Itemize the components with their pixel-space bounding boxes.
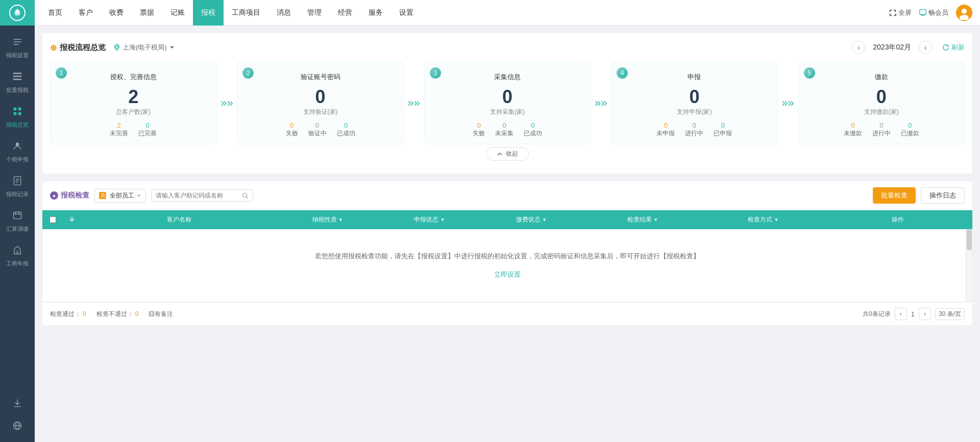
user-avatar[interactable]: [956, 5, 972, 21]
main-content: ⊕ 报税流程总览 上海(电子税局) ‹ 2023年02月 › 刷新: [35, 26, 980, 442]
per-page-selector[interactable]: 30 条/页: [935, 308, 965, 320]
process-title: ⊕ 报税流程总览: [50, 43, 106, 53]
search-box: [151, 189, 253, 202]
sidebar-item-batch-tax[interactable]: 批量报税: [0, 65, 35, 100]
scrollbar-thumb[interactable]: [967, 230, 972, 250]
nav-tax[interactable]: 报税: [193, 0, 224, 26]
svg-point-15: [16, 142, 19, 146]
batch-check-button[interactable]: 批量检查: [873, 187, 916, 204]
th-check-result: 检查结果 ▼: [582, 210, 703, 229]
sidebar-item-settlement[interactable]: 汇算清缴: [0, 204, 35, 239]
stat-declaring: 0 进行中: [685, 121, 703, 138]
next-month-button[interactable]: ›: [919, 41, 932, 54]
card-header: ⊕ 报税流程总览 上海(电子税局) ‹ 2023年02月 › 刷新: [50, 41, 965, 54]
settlement-icon: [12, 210, 22, 223]
nav-invoice[interactable]: 票据: [132, 0, 162, 26]
step-verify: 2 验证账号密码 0 支持验证(家) 0 失败 0 验证中: [237, 62, 403, 144]
stat-pass: 检查通过： 0: [50, 310, 86, 318]
chevron-down-icon: [169, 44, 175, 51]
employee-filter[interactable]: 员 全部员工: [94, 189, 146, 203]
nav-client[interactable]: 客户: [70, 0, 101, 26]
svg-rect-8: [13, 73, 22, 75]
filter-icon-declare[interactable]: ▼: [440, 217, 445, 223]
search-input[interactable]: [156, 192, 239, 199]
nav-right: 全屏 畅会员: [881, 5, 980, 21]
nav-business[interactable]: 工商项目: [224, 0, 268, 26]
step-authorize: 1 授权、完善信息 2 总客户数(家) 2 未完善 0 已完善: [50, 62, 216, 144]
nav-message[interactable]: 消息: [268, 0, 299, 26]
collapse-button[interactable]: 收起: [486, 147, 529, 161]
sidebar-item-globe[interactable]: [0, 414, 35, 437]
prev-month-button[interactable]: ‹: [852, 41, 865, 54]
plus-circle-icon: ⊕: [50, 43, 57, 53]
fullscreen-button[interactable]: 全屏: [889, 8, 912, 17]
stat-not-declared: 0 未申报: [656, 121, 675, 138]
tax-records-icon: [12, 176, 22, 188]
nav-management[interactable]: 管理: [299, 0, 330, 26]
step-subtitle-1: 总客户数(家): [58, 108, 208, 116]
svg-rect-12: [18, 108, 21, 111]
select-all-checkbox[interactable]: [50, 216, 56, 223]
filter-icon-result[interactable]: ▼: [653, 217, 658, 223]
nav-accounting[interactable]: 记账: [162, 0, 193, 26]
refresh-button[interactable]: 刷新: [942, 43, 965, 52]
stat-verifying: 0 验证中: [308, 121, 327, 138]
nav-settings[interactable]: 设置: [391, 0, 422, 26]
nav-service[interactable]: 服务: [360, 0, 391, 26]
prev-page-button[interactable]: ‹: [895, 308, 907, 320]
check-header: ● 报税检查 员 全部员工 批量检查 操作日志: [42, 181, 972, 210]
footer-stats: 检查通过： 0 检查不通过： 0 囧有备注: [50, 310, 173, 318]
step-arrow-1: »»: [216, 62, 237, 144]
sidebar-item-annual-report[interactable]: 工商年报: [0, 239, 35, 274]
step-title-5: 缴款: [806, 70, 957, 82]
th-checkbox: [42, 210, 63, 229]
filter-icon-tax[interactable]: ▼: [338, 217, 344, 223]
step-subtitle-4: 支持申报(家): [619, 108, 769, 116]
next-page-button[interactable]: ›: [919, 308, 931, 320]
table-body: 若您想使用报税检查功能，请先在【报税设置】中进行报税的初始化设置，完成密码验证和…: [42, 229, 972, 302]
current-page: 1: [911, 310, 915, 318]
th-client-name: 客户名称: [81, 210, 277, 229]
setup-link[interactable]: 立即设置: [494, 271, 521, 278]
filter-icon-method[interactable]: ▼: [774, 217, 779, 223]
logo[interactable]: [0, 0, 35, 26]
sidebar-item-tax-records[interactable]: 报税记录: [0, 169, 35, 204]
nav-operation[interactable]: 经营: [330, 0, 360, 26]
step-stats-5: 0 未缴款 0 进行中 0 已缴款: [806, 121, 957, 138]
download-icon: [12, 398, 22, 408]
step-num-3: 3: [430, 67, 441, 79]
nav-fee[interactable]: 收费: [101, 0, 132, 26]
fail-count-link[interactable]: 0: [135, 310, 139, 317]
svg-rect-24: [16, 251, 19, 254]
sidebar-item-tax-overview[interactable]: 报税总览: [0, 100, 35, 135]
collapse-row: 收起: [50, 147, 965, 161]
svg-rect-10: [13, 79, 22, 80]
check-title: ● 报税检查: [50, 191, 89, 200]
member-label: 畅会员: [928, 8, 948, 17]
filter-icon-pay[interactable]: ▼: [542, 217, 547, 223]
stat-paid: 0 已缴款: [901, 121, 919, 138]
pass-count-link[interactable]: 0: [83, 310, 86, 317]
dropdown-arrow-icon: [136, 193, 141, 198]
step-count-5: 0: [806, 86, 957, 108]
member-button[interactable]: 畅会员: [919, 8, 948, 17]
search-icon[interactable]: [242, 192, 249, 199]
sidebar-item-tax-settings[interactable]: 报税设置: [0, 31, 35, 65]
step-num-5: 5: [804, 67, 815, 79]
sidebar-item-download[interactable]: [0, 392, 35, 414]
step-stats-4: 0 未申报 0 进行中 0 已申报: [619, 121, 769, 138]
sidebar-label-tax-settings: 报税设置: [6, 52, 29, 59]
stat-complete: 0 已完善: [138, 121, 157, 138]
nav-home[interactable]: 首页: [40, 0, 70, 26]
settings-icon[interactable]: [68, 216, 76, 224]
th-check-method: 检查方式 ▼: [703, 210, 823, 229]
svg-rect-20: [14, 212, 21, 218]
location-selector[interactable]: 上海(电子税局): [113, 43, 175, 52]
stat-fail: 检查不通过： 0: [96, 310, 139, 318]
batch-tax-icon: [12, 71, 22, 84]
operation-log-button[interactable]: 操作日志: [921, 187, 965, 204]
stat-declared: 0 已申报: [714, 121, 732, 138]
personal-tax-icon: [12, 141, 22, 154]
sidebar-item-personal-tax[interactable]: 个税申报: [0, 135, 35, 169]
location-icon: [113, 44, 120, 51]
